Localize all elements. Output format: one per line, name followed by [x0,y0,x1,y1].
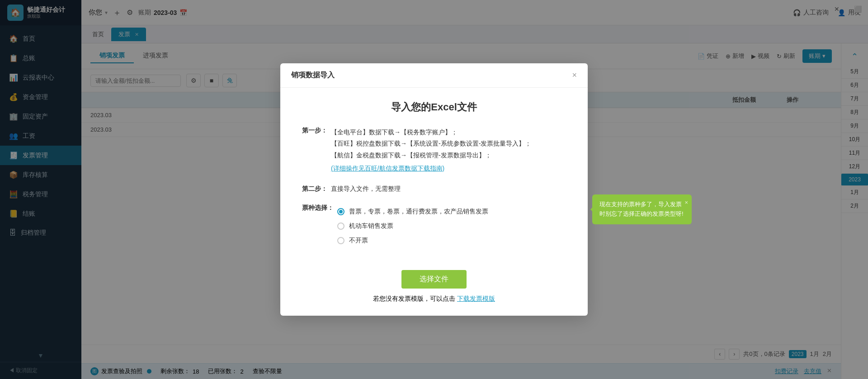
footer-note: 若您没有发票模版，可以点击 下载发票模版 [373,295,495,303]
step2-block: 第二步： 直接导入文件，无需整理 [302,185,566,193]
radio-circle-0 [337,208,344,215]
step1-line1: 【全电平台】数据下载→【税务数字账户】； [331,127,531,138]
radio-label-0: 普票，专票，卷票，通行费发票，农产品销售发票 [349,208,488,216]
modal-body: 导入您的Excel文件 第一步： 【全电平台】数据下载→【税务数字账户】； 【百… [280,88,588,270]
radio-group: 普票，专票，卷票，通行费发票，农产品销售发票 机动车销售发票 不开票 [337,208,488,245]
radio-label-1: 机动车销售发票 [349,222,393,230]
modal-close-btn[interactable]: × [572,71,577,80]
radio-item-0[interactable]: 普票，专票，卷票，通行费发票，农产品销售发票 [337,208,488,216]
radio-label-2: 不开票 [349,237,368,245]
import-modal: 销项数据导入 × 导入您的Excel文件 第一步： 【全电平台】数据下载→【税务… [280,63,588,316]
modal-overlay: 销项数据导入 × 导入您的Excel文件 第一步： 【全电平台】数据下载→【税务… [0,0,868,379]
step2-text: 直接导入文件，无需整理 [331,185,401,193]
ticket-selection: 票种选择： 普票，专票，卷票，通行费发票，农产品销售发票 机动车销售发票 [302,204,566,245]
step1-line3: 【航信】金税盘数据下载→【报税管理-发票数据导出】； [331,150,531,161]
radio-circle-2 [337,237,344,244]
step2-label: 第二步： [302,185,327,193]
modal-title: 销项数据导入 [291,71,335,80]
radio-item-2[interactable]: 不开票 [337,237,488,245]
step1-guide-link[interactable]: (详细操作见百旺/航信发票数据下载指南) [331,165,444,172]
modal-footer: 选择文件 若您没有发票模版，可以点击 下载发票模版 [280,270,588,316]
tooltip-text: 现在支持的票种多了，导入发票时别忘了选择正确的发票类型呀! [599,201,684,217]
ticket-label: 票种选择： [302,204,334,212]
select-file-btn[interactable]: 选择文件 [401,270,467,289]
modal-header: 销项数据导入 × [280,63,588,88]
step1-content: 【全电平台】数据下载→【税务数字账户】； 【百旺】税控盘数据下载→【系统设置-系… [331,127,531,174]
modal-main-title: 导入您的Excel文件 [302,100,566,114]
step1-line2: 【百旺】税控盘数据下载→【系统设置-系统参数设置-发票批量导入】； [331,138,531,149]
step1-label: 第一步： [302,127,327,135]
download-template-link[interactable]: 下载发票模版 [457,295,495,302]
radio-item-1[interactable]: 机动车销售发票 [337,222,488,230]
tooltip-close-btn[interactable]: × [684,198,688,208]
radio-circle-1 [337,223,344,230]
tooltip-balloon: × 现在支持的票种多了，导入发票时别忘了选择正确的发票类型呀! [592,194,692,224]
footer-note-text: 若您没有发票模版，可以点击 [373,295,455,302]
step1-block: 第一步： 【全电平台】数据下载→【税务数字账户】； 【百旺】税控盘数据下载→【系… [302,127,566,174]
